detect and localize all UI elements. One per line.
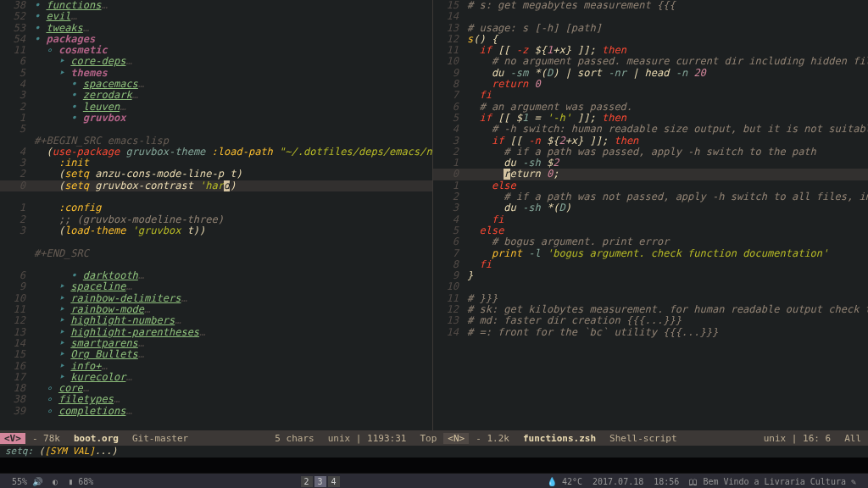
major-mode-right: Shell-script — [603, 433, 683, 444]
date: 2017.07.18 — [587, 477, 648, 486]
modeline: <V> - 78k boot.org Git-master 5 chars un… — [0, 430, 868, 446]
brightness-icon[interactable]: ◐ — [47, 477, 63, 486]
right-pane[interactable]: 15# s: get megabytes measurement {{{1413… — [433, 0, 868, 430]
tray-item[interactable]: 🕮 Bem Vindo a Livraria Cultura ✎ — [684, 477, 861, 486]
scroll-pos-left: Top — [413, 433, 443, 444]
minibuffer[interactable]: setq: ([SYM VAL]...) — [0, 446, 868, 458]
system-statusbar: 55% 🔊 ◐ ▮ 68% 234 💧 42°C 2017.07.18 18:5… — [0, 473, 868, 488]
mode-tag-visual: <V> — [0, 433, 25, 444]
time: 18:56 — [648, 477, 684, 486]
file-name-left: boot.org — [67, 433, 125, 444]
volume[interactable]: 55% 🔊 — [7, 477, 47, 486]
file-size-left: - 78k — [25, 433, 67, 444]
scroll-pos-right: All — [837, 433, 868, 444]
mode-tag-normal: <N> — [443, 433, 469, 444]
file-name-right: functions.zsh — [516, 433, 603, 444]
vcs-branch: Git-master — [125, 433, 195, 444]
left-pane[interactable]: 38• functions…52• evil…53• tweaks…54• pa… — [0, 0, 433, 430]
file-size-right: - 1.2k — [469, 433, 516, 444]
selection-chars: 5 chars — [268, 433, 320, 444]
encoding-right: unix | 16: 6 — [757, 433, 837, 444]
battery: ▮ 68% — [63, 477, 98, 486]
encoding-left: unix | 1193:31 — [321, 433, 414, 444]
editor-area: 38• functions…52• evil…53• tweaks…54• pa… — [0, 0, 868, 430]
workspace-switcher[interactable]: 234 — [300, 477, 341, 486]
cpu-temp: 💧 42°C — [542, 477, 587, 486]
